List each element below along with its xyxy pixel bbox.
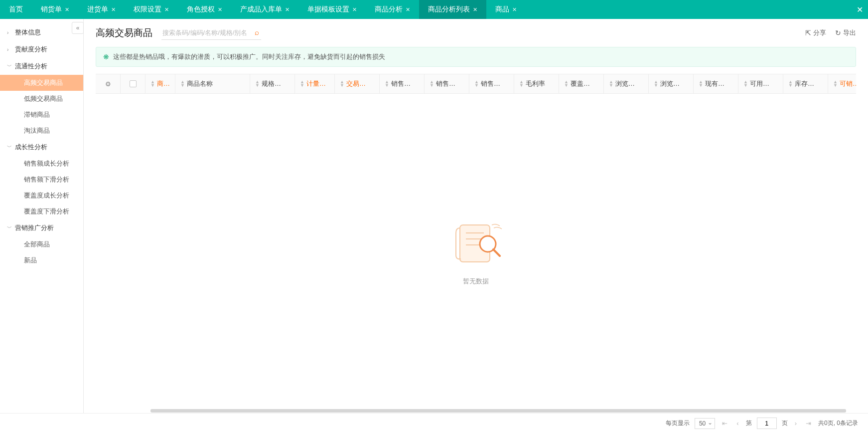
column-header[interactable]: ▲▼交易… [335,74,380,93]
prev-page-button[interactable]: ‹ [734,420,740,427]
column-header[interactable]: ▲▼可销… [828,74,856,93]
page-prefix: 第 [746,419,752,428]
close-icon[interactable]: ✕ [65,6,69,13]
column-label: 交易… [346,79,366,88]
column-header[interactable]: ▲▼销售… [380,74,425,93]
column-header[interactable]: ▲▼商品名称 [175,74,250,93]
select-all-checkbox[interactable] [130,80,137,87]
sort-icon[interactable]: ▲▼ [519,80,524,87]
sidebar-item[interactable]: 滞销商品 [0,107,83,123]
sidebar-item[interactable]: 低频交易商品 [0,91,83,107]
column-label: 现有… [705,79,724,88]
tab-label: 商品 [495,5,509,14]
tab-label: 商品分析 [375,5,403,14]
info-banner: ❋ 这些都是热销品哦，有爆款的潜质，可以积极推广。同时关注库存，避免缺货而引起的… [96,47,856,67]
column-header[interactable]: ▲▼规格… [250,74,295,93]
sort-icon[interactable]: ▲▼ [743,80,748,87]
column-header[interactable]: ▲▼商… [145,74,175,93]
svg-line-5 [493,249,500,256]
pagination-bar: 每页显示 50 ⇤ ‹ 第 页 › ⇥ 共0页, 0条记录 [0,413,868,433]
sidebar-item[interactable]: 新品 [0,252,83,268]
column-label: 可用… [750,79,769,88]
sidebar-group[interactable]: ﹀流通性分析 [0,58,83,75]
sort-icon[interactable]: ▲▼ [255,80,260,87]
column-header[interactable]: ▲▼可用… [738,74,783,93]
top-tab[interactable]: 商品✕ [486,0,526,19]
column-label: 规格… [262,79,281,88]
sidebar-item[interactable]: 覆盖度成长分析 [0,188,83,204]
sidebar-item[interactable]: 全部商品 [0,236,83,252]
column-settings-button[interactable]: ⚙ [96,74,121,93]
horizontal-scrollbar[interactable] [96,408,856,413]
column-header[interactable]: ▲▼销售… [469,74,514,93]
close-all-tabs-button[interactable]: ✕ [851,0,868,19]
sort-icon[interactable]: ▲▼ [564,80,569,87]
close-icon[interactable]: ✕ [164,6,169,13]
empty-text: 暂无数据 [463,277,489,286]
sidebar-collapse-button[interactable]: « [72,22,84,34]
sort-icon[interactable]: ▲▼ [833,80,838,87]
chevron-down-icon: ﹀ [7,144,12,151]
column-header[interactable]: ▲▼库存… [783,74,828,93]
tab-label: 角色授权 [187,5,215,14]
close-icon[interactable]: ✕ [473,6,477,13]
sort-icon[interactable]: ▲▼ [385,80,389,87]
column-label: 浏览… [615,79,635,88]
column-header[interactable]: ▲▼毛利率 [514,74,559,93]
sidebar-group[interactable]: ﹀营销推广分析 [0,219,83,236]
sidebar-group[interactable]: ﹀成长性分析 [0,139,83,156]
sort-icon[interactable]: ▲▼ [340,80,344,87]
close-icon[interactable]: ✕ [406,6,410,13]
sort-icon[interactable]: ▲▼ [699,80,703,87]
sidebar-item[interactable]: 销售额下滑分析 [0,172,83,188]
top-tab[interactable]: 商品分析✕ [366,0,419,19]
page-title: 高频交易商品 [96,26,152,39]
column-header[interactable]: ▲▼浏览… [604,74,649,93]
next-page-button[interactable]: › [793,420,799,427]
tab-label: 产成品入库单 [240,5,282,14]
top-tab[interactable]: 产成品入库单✕ [231,0,298,19]
sort-icon[interactable]: ▲▼ [788,80,793,87]
column-header[interactable]: ▲▼计量… [295,74,335,93]
top-tab[interactable]: 角色授权✕ [178,0,231,19]
table-scroll[interactable]: ⚙▲▼商…▲▼商品名称▲▼规格…▲▼计量…▲▼交易…▲▼销售…▲▼销售…▲▼销售… [96,74,856,94]
column-header[interactable]: ▲▼浏览… [649,74,694,93]
page-size-select[interactable]: 50 [695,418,715,429]
last-page-button[interactable]: ⇥ [804,420,813,427]
top-tab[interactable]: 进货单✕ [78,0,125,19]
search-icon[interactable]: ⌕ [255,28,259,36]
close-icon[interactable]: ✕ [218,6,222,13]
sort-icon[interactable]: ▲▼ [654,80,658,87]
column-header[interactable]: ▲▼覆盖… [559,74,604,93]
export-button[interactable]: ↻导出 [835,28,856,37]
close-icon[interactable]: ✕ [285,6,289,13]
share-button[interactable]: ⇱分享 [805,28,826,37]
column-header[interactable]: ▲▼现有… [694,74,738,93]
page-number-input[interactable] [757,418,777,429]
top-tab[interactable]: 权限设置✕ [125,0,178,19]
close-icon[interactable]: ✕ [111,6,116,13]
sort-icon[interactable]: ▲▼ [609,80,613,87]
top-tab[interactable]: 商品分析列表✕ [419,0,486,19]
chevron-down-icon: ﹀ [7,63,12,70]
top-tab[interactable]: 首页 [0,0,32,19]
first-page-button[interactable]: ⇤ [720,420,729,427]
sidebar-item[interactable]: 覆盖度下滑分析 [0,204,83,219]
sort-icon[interactable]: ▲▼ [430,80,434,87]
sort-icon[interactable]: ▲▼ [150,80,155,87]
column-header[interactable]: ▲▼销售… [425,74,469,93]
sort-icon[interactable]: ▲▼ [300,80,304,87]
top-tab[interactable]: 销货单✕ [32,0,78,19]
close-icon[interactable]: ✕ [512,6,517,13]
close-icon[interactable]: ✕ [352,6,357,13]
sidebar-item[interactable]: 淘汰商品 [0,123,83,139]
sidebar-item[interactable]: 高频交易商品 [0,75,83,91]
sort-icon[interactable]: ▲▼ [474,80,479,87]
sidebar-group[interactable]: ›贡献度分析 [0,41,83,58]
sidebar-item[interactable]: 销售额成长分析 [0,156,83,172]
page-suffix: 页 [782,419,788,428]
sort-icon[interactable]: ▲▼ [180,80,185,87]
top-tab[interactable]: 单据模板设置✕ [298,0,366,19]
sidebar-group[interactable]: ›整体信息 [0,24,83,41]
search-input[interactable] [161,26,261,40]
